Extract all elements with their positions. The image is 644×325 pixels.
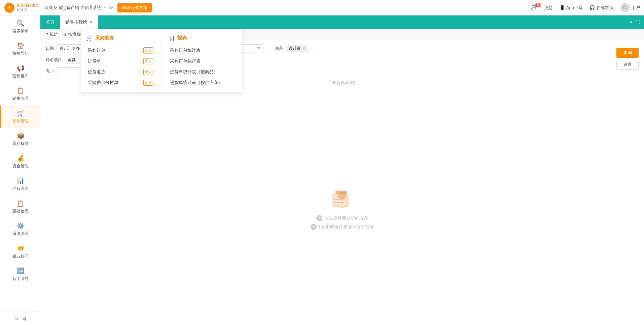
dropdown-item-purchase-return[interactable]: 进货退货 历史 xyxy=(86,67,155,77)
sidebar-item-operations[interactable]: 📊 经营管理 xyxy=(0,173,40,196)
svg-rect-5 xyxy=(334,199,341,200)
report-col-icon: 📊 xyxy=(169,35,175,41)
online-service-button[interactable]: 🎧 在线客服 xyxy=(589,5,614,11)
help-icon: ? xyxy=(46,32,48,37)
phone-icon: 📱 xyxy=(560,5,565,10)
user-menu-button[interactable]: Ea 用户 xyxy=(620,3,640,12)
sidebar-item-basic-info[interactable]: 📋 基础信息 xyxy=(0,196,40,218)
dropdown-item-report-receipt-goods[interactable]: 进货单统计表（按商品） xyxy=(169,67,237,77)
svg-point-4 xyxy=(338,192,346,200)
svg-rect-6 xyxy=(334,202,344,203)
tab-close-window-icon[interactable]: ✕ xyxy=(629,20,633,25)
sidebar-bottom: ⚙ ◀ xyxy=(0,312,40,325)
avatar: Ea xyxy=(620,3,630,12)
home-icon: 🏠 xyxy=(17,42,24,49)
query-button[interactable]: 查询 xyxy=(616,48,639,58)
sidebar-settings-button[interactable]: ⚙ xyxy=(14,315,19,322)
logo-area: 6 畅捷通好生意 标准版 xyxy=(4,2,44,13)
filter-setting-button[interactable]: 设置 xyxy=(616,60,639,70)
goods-tag-close-icon[interactable]: ✕ xyxy=(302,46,306,51)
sidebar-item-quick-nav[interactable]: 🏠 快捷导航 xyxy=(0,38,40,60)
purchase-dropdown-menu: 🛒 采购业务 采购订单 历史 进货单 历史 进货退货 历史 采购费用分摊单 xyxy=(81,29,242,92)
sidebar-item-purchase[interactable]: 🛒 采购管理 xyxy=(0,106,40,128)
settings-icon-button[interactable]: ⚙ xyxy=(109,4,113,11)
help-button[interactable]: ? 帮助 xyxy=(46,32,58,37)
tab-bar: 首页 销售排行榜 ✕ ✕ ⛶ xyxy=(40,15,644,29)
operations-icon: 📊 xyxy=(17,177,24,185)
sales-icon: 📋 xyxy=(17,87,24,94)
purchase-col-icon: 🛒 xyxy=(86,35,93,41)
filter-goods: 商品 设计费 ✕ ··· xyxy=(275,45,315,52)
chevron-up-icon: ⌃ xyxy=(328,81,331,85)
goods-more-btn[interactable]: ··· xyxy=(311,46,315,51)
main-content: ① 请先选择要分析的方案 ② 用[过滤]条件来缩小分析范围 xyxy=(40,90,644,325)
dropdown-item-report-receipt-supplier[interactable]: 进货单统计表（按供应商） xyxy=(169,77,237,88)
dropdown-item-report-order-exec[interactable]: 采购订单执行表 xyxy=(169,56,237,67)
sidebar-item-inventory[interactable]: 📦 库存核算 xyxy=(0,128,40,151)
basic-info-icon: 📋 xyxy=(17,200,24,207)
svg-text:6: 6 xyxy=(8,5,10,10)
sidebar-item-marketing[interactable]: 📢 营销推广 xyxy=(0,60,40,83)
tab-home[interactable]: 首页 xyxy=(40,15,60,29)
search-icon: 🔍 xyxy=(17,19,24,27)
dropdown-divider xyxy=(162,35,162,88)
sidebar-item-system[interactable]: ⚙️ 系统管理 xyxy=(0,218,40,241)
sidebar-item-guide[interactable]: 🆕 新手引导 xyxy=(0,263,40,286)
sidebar: 🔍 搜索菜单 🏠 快捷导航 📢 营销推广 📋 销售管理 🛒 采购管理 📦 库存核… xyxy=(0,15,40,325)
history-badge-3: 历史 xyxy=(143,80,153,86)
headset-icon: 🎧 xyxy=(589,5,595,10)
logo-icon: 6 xyxy=(4,2,15,13)
capital-icon: 💰 xyxy=(17,155,24,162)
sidebar-collapse-button[interactable]: ◀ xyxy=(22,315,26,322)
enterprise-icon: 🤝 xyxy=(17,245,24,252)
app-download-button[interactable]: 📱 App下载 xyxy=(560,5,583,11)
system-title: 装备及固定资产辅助管理系统 ▾ xyxy=(44,5,106,11)
content-area: 首页 销售排行榜 ✕ ✕ ⛶ ? 帮助 🖨 按模板打印 ▾ ↑ xyxy=(40,15,644,325)
tab-bar-right: ✕ ⛶ xyxy=(629,20,644,25)
sidebar-item-search[interactable]: 🔍 搜索菜单 xyxy=(0,15,40,38)
system-icon: ⚙️ xyxy=(17,222,24,230)
sidebar-item-enterprise[interactable]: 🤝 企业协同 xyxy=(0,241,40,263)
message-badge: 5 xyxy=(535,3,541,7)
dropdown-item-purchase-receipt[interactable]: 进货单 历史 xyxy=(86,56,155,67)
empty-hint-2: ② 用[过滤]条件来缩小分析范围 xyxy=(311,224,373,230)
history-badge-0: 历史 xyxy=(143,47,153,53)
status-more-btn[interactable]: ··· xyxy=(266,46,270,51)
history-badge-1: 历史 xyxy=(143,58,153,64)
guide-icon: 🆕 xyxy=(17,267,24,275)
goods-tag: 设计费 ✕ xyxy=(286,45,308,52)
main-layout: 🔍 搜索菜单 🏠 快捷导航 📢 营销推广 📋 销售管理 🛒 采购管理 📦 库存核… xyxy=(0,15,644,325)
message-button[interactable]: 💬 5 消息 xyxy=(531,5,553,11)
marketing-icon: 📢 xyxy=(17,65,24,72)
empty-illustration xyxy=(325,186,359,212)
dropdown-item-report-order-stat[interactable]: 采购订单统计表 xyxy=(169,45,237,56)
empty-state: ① 请先选择要分析的方案 ② 用[过滤]条件来缩小分析范围 xyxy=(311,186,373,230)
industry-btn[interactable]: 体验行业方案 xyxy=(117,3,152,12)
dropdown-item-purchase-expense[interactable]: 采购费用分摊单 历史 xyxy=(86,77,155,88)
header-right: 💬 5 消息 📱 App下载 🎧 在线客服 Ea 用户 xyxy=(531,3,640,12)
chevron-down-icon[interactable]: ▾ xyxy=(104,5,106,10)
dropdown-item-purchase-order[interactable]: 采购订单 历史 xyxy=(86,45,155,56)
sidebar-item-capital[interactable]: 💰 资金管理 xyxy=(0,151,40,173)
purchase-icon: 🛒 xyxy=(17,110,24,117)
right-panel: 查询 设置 xyxy=(616,48,639,70)
purchase-col-title: 🛒 采购业务 xyxy=(86,35,155,41)
report-col: 📊 报表 采购订单统计表 采购订单执行表 进货单统计表（按商品） 进货单统计表（… xyxy=(163,35,242,88)
inventory-icon: 📦 xyxy=(17,132,24,139)
tab-close-icon[interactable]: ✕ xyxy=(89,20,93,25)
tab-sales-rank[interactable]: 销售排行榜 ✕ xyxy=(60,15,98,29)
tab-fullscreen-icon[interactable]: ⛶ xyxy=(636,20,640,25)
report-col-title: 📊 报表 xyxy=(169,35,237,41)
history-badge-2: 历史 xyxy=(143,69,153,75)
top-header: 6 畅捷通好生意 标准版 装备及固定资产辅助管理系统 ▾ ⚙ 体验行业方案 💬 … xyxy=(0,0,644,15)
logo-sub: 标准版 xyxy=(17,8,39,12)
print-icon: 🖨 xyxy=(63,32,67,37)
collapse-filter-button[interactable]: ⌃ 收起更多条件 xyxy=(328,80,357,86)
logo-text: 畅捷通好生意 xyxy=(17,3,39,7)
sidebar-item-sales[interactable]: 📋 销售管理 xyxy=(0,83,40,106)
empty-hint-1: ① 请先选择要分析的方案 xyxy=(316,215,368,221)
purchase-col: 🛒 采购业务 采购订单 历史 进货单 历史 进货退货 历史 采购费用分摊单 xyxy=(81,35,160,88)
